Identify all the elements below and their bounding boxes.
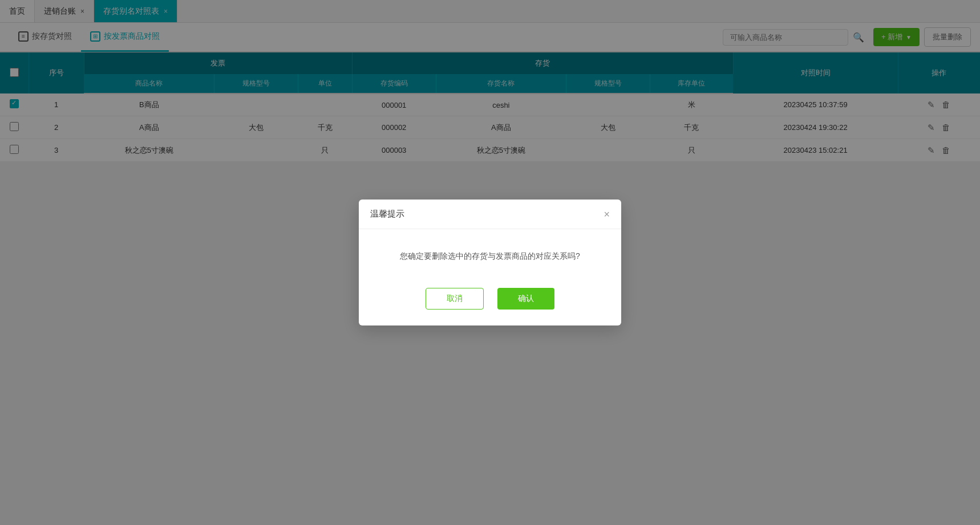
overlay: 温馨提示 × 您确定要删除选中的存货与发票商品的对应关系吗? 取消 确认: [0, 0, 980, 162]
